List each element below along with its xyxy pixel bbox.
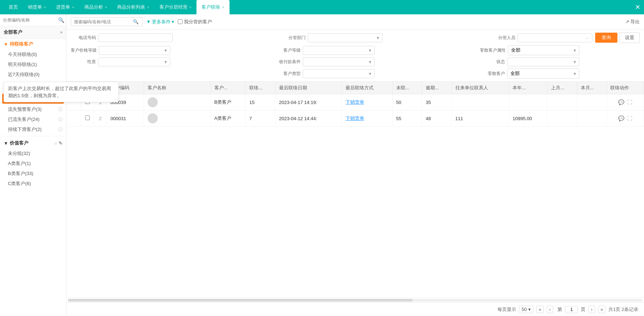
customer-type-select[interactable]: ▾ [303,69,375,78]
retail-customer-select[interactable]: 全部 ▾ [507,69,579,79]
nav-customer-contact[interactable]: 客户联络 × [196,0,229,14]
td-last-method-2[interactable]: 下销货单 [342,110,392,127]
export-btn[interactable]: ↗ 导出 [625,19,640,25]
scrollbar-thumb[interactable] [68,299,413,302]
row2-actions: 💬 ⛶ [610,115,640,121]
nav-analysis-list[interactable]: 商品分析列表 × [112,0,154,14]
nav-purchase[interactable]: 进货单 × [51,0,79,14]
pending-group-title[interactable]: ▼ 待联络客户 [0,39,66,49]
row1-chat-icon[interactable]: 💬 [618,99,624,105]
horizontal-scrollbar[interactable] [66,297,644,302]
th-last-date-label: 最后联络日期 [279,85,307,90]
th-this-year[interactable]: 本年... [509,82,547,94]
price-tier-arrow-icon: ▾ [165,48,167,53]
filter-more-btn[interactable]: ▼ 更多条件 ▾ [146,19,174,25]
td-check-2[interactable] [81,110,94,127]
nav-analysis-close[interactable]: × [105,5,107,9]
th-this-month[interactable]: 本月... [577,82,606,94]
td-action-2[interactable]: 💬 ⛶ [606,110,644,127]
filter-search-input[interactable] [74,19,131,24]
lost-info-icon[interactable]: ⓘ [58,117,62,123]
first-page-btn[interactable]: « [536,306,544,313]
sidebar-item-b-class[interactable]: B类客户(33) [0,169,66,179]
td-name-2[interactable] [144,110,210,127]
value-group-title[interactable]: ▼ 价值客户 ○ ✎ [0,138,66,148]
dept-select[interactable]: ▾ [308,33,383,42]
nav-customer-contact-close[interactable]: × [222,5,224,9]
th-contact-count[interactable]: 联络... [246,82,275,94]
my-customers-checkbox[interactable] [178,19,182,24]
th-company-contact[interactable]: 往来单位联系人 [451,82,509,94]
sidebar-item-ungrouped[interactable]: 未分组(32) [0,148,66,159]
price-tier-select[interactable]: ▾ [99,46,170,55]
last-page-btn[interactable]: » [598,306,606,313]
th-unreceived[interactable]: 未联... [392,82,422,94]
sidebar-item-c-class[interactable]: C类客户(6) [0,179,66,189]
value-group-edit-icon[interactable]: ○ [54,141,57,146]
nav-home[interactable]: 首页 [4,0,23,14]
phone-input[interactable] [98,33,173,42]
lost-label: 已流失客户(24) [8,116,40,123]
th-action[interactable]: 联络动作 [606,82,644,94]
sidebar-item-lost[interactable]: 已流失客户(24) ⓘ [0,114,66,124]
retail-attr-arrow-icon: ▾ [574,48,576,53]
nav-sales[interactable]: 销货单 × [23,0,51,14]
nav-customer-tier[interactable]: 客户分层经营 × [154,0,196,14]
row1-last-method[interactable]: 下销货单 [346,99,364,105]
th-last-month[interactable]: 上月... [547,82,577,94]
declining-info-icon[interactable]: ⓘ [58,127,62,133]
nav-purchase-close[interactable]: × [72,5,74,9]
row1-type: B类客户 [214,99,232,105]
td-last-method-1[interactable]: 下销货单 [342,94,392,110]
retail-attr-select[interactable]: 全部 ▾ [508,45,579,55]
th-last-date[interactable]: 最后联络日期 [275,82,342,94]
th-last-month-label: 上月... [551,85,564,90]
row2-checkbox[interactable] [85,115,90,120]
retail-customer-label: 零散客户 [480,71,505,77]
sidebar-search-input[interactable] [3,18,57,23]
value-group-add-icon[interactable]: ✎ [59,141,62,146]
nav-analysis[interactable]: 商品分析 × [79,0,112,14]
sidebar-item-lostwarning[interactable]: 流失预警客户(3) ⓘ [0,104,66,114]
a-class-label: A类客户(1) [8,161,31,166]
th-overdue[interactable]: 逾期... [422,82,451,94]
sidebar-search-icon[interactable]: 🔍 [58,17,64,23]
td-action-1[interactable]: 💬 ⛶ [606,94,644,110]
sidebar-item-tomorrow[interactable]: 明天待联络(1) [0,60,66,70]
row2-last-method[interactable]: 下销货单 [346,115,364,121]
th-name[interactable]: 客户名称 [144,82,210,94]
query-button[interactable]: 查询 [595,33,617,43]
sidebar-item-7days[interactable]: 近7天待联络(0) [0,70,66,80]
row2-chat-icon[interactable]: 💬 [618,115,624,121]
per-page-select[interactable]: 50 ▾ [519,306,533,313]
td-name-1[interactable] [144,94,210,110]
filter-customer-tier: 客户等级 ▾ [275,46,375,55]
settings-button[interactable]: 设置 [620,32,640,43]
td-code-2[interactable]: 000031 [107,110,144,127]
next-page-btn[interactable]: › [588,306,595,313]
payment-select[interactable]: ▾ [303,57,375,66]
customer-tier-select[interactable]: ▾ [303,46,375,55]
person-select[interactable]: ··· [518,33,592,42]
current-page-input[interactable] [565,306,578,313]
nav-customer-tier-close[interactable]: × [189,5,191,9]
sidebar-item-today[interactable]: 今天待联络(0) [0,49,66,60]
nav-sales-close[interactable]: × [44,5,46,9]
row1-link-icon[interactable]: ⛶ [627,99,632,105]
sidebar-item-declining[interactable]: 持续下滑客户(2) ⓘ [0,124,66,135]
ungrouped-label: 未分组(32) [8,151,30,156]
close-all-tabs[interactable]: ✕ [635,3,640,11]
row2-overdue: 48 [426,116,431,121]
th-last-method[interactable]: 最后联络方式 [342,82,392,94]
nature-select[interactable]: ▾ [98,57,170,66]
row2-link-icon[interactable]: ⛶ [627,115,632,121]
th-type[interactable]: 客户... [210,82,246,94]
status-select[interactable]: ▾ [507,57,579,66]
sidebar-item-a-class[interactable]: A类客户(1) [0,159,66,169]
filter-search-icon[interactable]: 🔍 [133,19,139,24]
collapse-sidebar-icon[interactable]: » [60,30,62,35]
td-last-date-2: 2023-04-12 14:44: [275,110,342,127]
lostwarning-info-icon[interactable]: ⓘ [58,107,62,113]
nav-analysis-list-close[interactable]: × [147,5,149,9]
prev-page-btn[interactable]: ‹ [547,306,553,313]
